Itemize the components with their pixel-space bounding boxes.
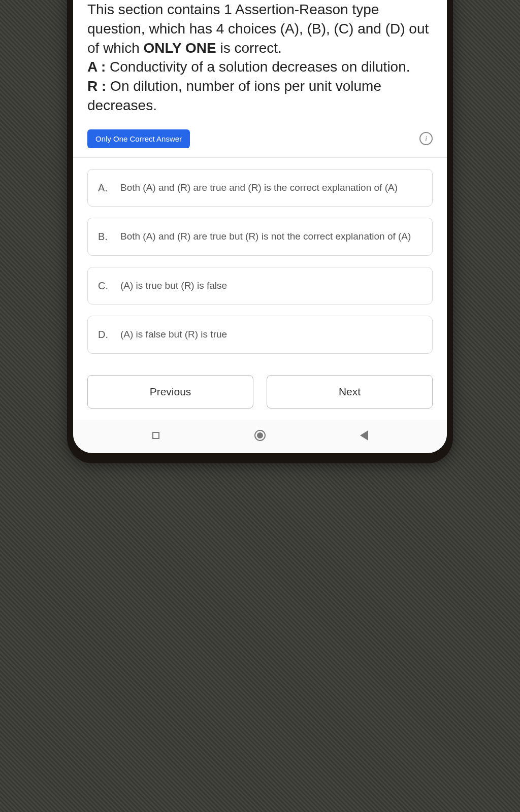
assertion-label: A : (87, 59, 106, 75)
question-content: This section contains 1 Assertion-Reason… (73, 0, 447, 420)
reason-text: On dilution, number of ions per unit vol… (87, 78, 381, 113)
option-text: Both (A) and (R) are true and (R) is the… (120, 181, 398, 195)
option-c[interactable]: C. (A) is true but (R) is false (87, 267, 433, 305)
nav-row: Previous Next (87, 369, 433, 420)
back-button[interactable] (359, 430, 370, 441)
divider (73, 157, 447, 158)
circle-icon (254, 430, 266, 441)
system-nav-bar (73, 420, 447, 448)
badge-row: Only One Correct Answer i (87, 129, 433, 148)
previous-button[interactable]: Previous (87, 375, 253, 409)
option-d[interactable]: D. (A) is false but (R) is true (87, 316, 433, 354)
triangle-icon (360, 430, 368, 441)
phone-frame: This section contains 1 Assertion-Reason… (67, 0, 453, 463)
question-text: This section contains 1 Assertion-Reason… (87, 0, 433, 115)
next-button[interactable]: Next (267, 375, 433, 409)
option-letter: C. (98, 280, 110, 292)
question-intro-after: is correct. (216, 40, 282, 56)
option-text: (A) is false but (R) is true (120, 327, 227, 342)
home-button[interactable] (254, 430, 266, 441)
option-b[interactable]: B. Both (A) and (R) are true but (R) is … (87, 218, 433, 256)
answer-type-badge: Only One Correct Answer (87, 129, 190, 148)
reason-label: R : (87, 78, 106, 94)
option-letter: D. (98, 329, 110, 341)
option-letter: A. (98, 182, 110, 194)
option-text: (A) is true but (R) is false (120, 279, 227, 293)
phone-screen: This section contains 1 Assertion-Reason… (73, 0, 447, 453)
square-icon (152, 432, 159, 439)
assertion-text: Conductivity of a solution decreases on … (106, 59, 410, 75)
recent-apps-button[interactable] (150, 430, 161, 441)
option-letter: B. (98, 231, 110, 243)
option-a[interactable]: A. Both (A) and (R) are true and (R) is … (87, 169, 433, 207)
option-text: Both (A) and (R) are true but (R) is not… (120, 229, 411, 244)
question-only-one: ONLY ONE (144, 40, 216, 56)
info-icon[interactable]: i (419, 132, 433, 145)
options-list: A. Both (A) and (R) are true and (R) is … (87, 169, 433, 369)
